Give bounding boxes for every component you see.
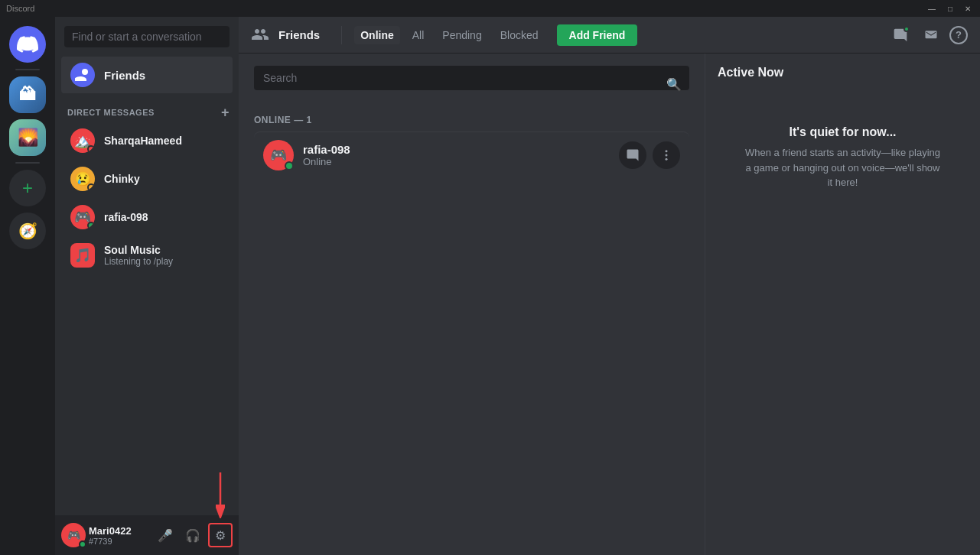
avatar-sharqa: 🏔️ — [70, 128, 95, 153]
friend-status-rafia: Online — [303, 156, 619, 167]
username-sharqa: SharqaHameed — [104, 135, 182, 147]
self-user-info: Mari0422 #7739 — [89, 525, 150, 546]
active-now-title: Active Now — [718, 66, 968, 80]
dm-section-header: DIRECT MESSAGES + — [55, 93, 239, 122]
tab-blocked[interactable]: Blocked — [494, 26, 545, 44]
friends-list: 🔍 ONLINE — 1 🎮 rafia-098 Online — [239, 54, 705, 555]
svg-point-2 — [666, 150, 668, 152]
server-separator — [15, 69, 40, 70]
online-section-header: ONLINE — 1 — [254, 115, 689, 125]
dm-user-soul[interactable]: 🎵 Soul Music Listening to /play — [61, 237, 233, 274]
search-wrapper: 🔍 — [254, 66, 689, 102]
maximize-button[interactable]: □ — [945, 5, 956, 13]
avatar-soul: 🎵 — [70, 243, 95, 268]
close-button[interactable]: ✕ — [962, 5, 974, 13]
username-rafia: rafia-098 — [104, 211, 148, 223]
svg-point-3 — [666, 154, 668, 157]
friend-info-rafia: rafia-098 Online — [303, 143, 619, 167]
active-now-empty: It's quiet for now... When a friend star… — [718, 125, 968, 190]
inbox-button[interactable] — [919, 23, 943, 47]
new-group-dm-button[interactable] — [888, 23, 913, 47]
self-status-indicator — [79, 540, 86, 548]
window-controls: — □ ✕ — [925, 5, 974, 13]
dm-search-bar — [55, 17, 239, 57]
self-user-tag: #7739 — [89, 537, 150, 546]
dm-user-chinky[interactable]: 😢 Chinky — [61, 161, 233, 197]
username-soul: Soul Music — [104, 244, 173, 256]
add-server-button[interactable]: + — [9, 170, 46, 206]
main-layout: 🏔 🌄 + 🧭 Friends DIRECT MESSAGES + — [0, 17, 980, 555]
friends-search-input[interactable] — [254, 66, 689, 90]
online-status-rafia — [285, 161, 294, 170]
message-friend-rafia-button[interactable] — [619, 141, 646, 169]
nav-divider — [341, 26, 342, 44]
friend-avatar-rafia: 🎮 — [263, 140, 294, 170]
status-dnd-sharqa — [87, 145, 95, 153]
help-button[interactable]: ? — [949, 26, 968, 44]
friends-nav-icon — [251, 25, 269, 44]
status-rafia — [87, 222, 95, 229]
server-icon-2[interactable]: 🌄 — [9, 119, 46, 156]
more-options-rafia-button[interactable] — [653, 141, 680, 169]
dm-user-sharqa[interactable]: 🏔️ SharqaHameed — [61, 122, 233, 159]
tab-online[interactable]: Online — [354, 26, 400, 44]
self-username: Mari0422 — [89, 525, 150, 537]
discord-home-button[interactable] — [9, 26, 46, 63]
tab-all[interactable]: All — [406, 26, 431, 44]
friends-label: Friends — [104, 69, 145, 82]
user-info-soul: Soul Music Listening to /play — [104, 244, 173, 267]
user-panel: 🎮 Mari0422 #7739 🎤 🎧 ⚙ — [55, 515, 239, 555]
username-chinky: Chinky — [104, 173, 140, 185]
find-conversation-input[interactable] — [64, 26, 230, 47]
app-title: Discord — [6, 4, 34, 13]
status-soul: Listening to /play — [104, 256, 173, 267]
top-nav: Friends Online All Pending Blocked Add F… — [239, 17, 980, 54]
friends-area: 🔍 ONLINE — 1 🎮 rafia-098 Online — [239, 54, 980, 555]
dm-user-rafia[interactable]: 🎮 rafia-098 — [61, 199, 233, 235]
add-friend-button[interactable]: Add Friend — [557, 24, 638, 46]
minimize-button[interactable]: — — [925, 5, 939, 13]
active-now-panel: Active Now It's quiet for now... When a … — [705, 54, 980, 555]
user-info-sharqa: SharqaHameed — [104, 135, 182, 147]
explore-button[interactable]: 🧭 — [9, 213, 46, 249]
server-icon-1[interactable]: 🏔 — [9, 76, 46, 113]
tab-pending[interactable]: Pending — [436, 26, 487, 44]
svg-point-4 — [666, 158, 668, 161]
user-info-chinky: Chinky — [104, 173, 140, 185]
server-separator-2 — [15, 162, 40, 164]
add-dm-button[interactable]: + — [221, 105, 230, 119]
friends-icon — [70, 63, 95, 87]
active-now-empty-title: It's quiet for now... — [789, 125, 896, 139]
user-info-rafia: rafia-098 — [104, 211, 148, 223]
self-avatar: 🎮 — [61, 523, 86, 547]
nav-friends-label: Friends — [278, 28, 320, 41]
server-sidebar: 🏔 🌄 + 🧭 — [0, 17, 55, 555]
user-settings-button[interactable]: ⚙ — [208, 523, 233, 547]
dm-sidebar: Friends DIRECT MESSAGES + 🏔️ SharqaHamee… — [55, 17, 239, 555]
friends-nav-item[interactable]: Friends — [61, 57, 233, 93]
status-chinky — [87, 183, 95, 191]
avatar-chinky: 😢 — [70, 167, 95, 191]
avatar-rafia: 🎮 — [70, 205, 95, 229]
friend-actions-rafia — [619, 141, 680, 169]
friend-name-rafia: rafia-098 — [303, 143, 619, 156]
friend-row-rafia[interactable]: 🎮 rafia-098 Online — [254, 131, 689, 178]
mic-button[interactable]: 🎤 — [153, 523, 177, 547]
headphone-button[interactable]: 🎧 — [181, 523, 205, 547]
active-now-empty-desc: When a friend starts an activity—like pl… — [744, 145, 943, 190]
titlebar: Discord — □ ✕ — [0, 0, 980, 17]
main-content: Friends Online All Pending Blocked Add F… — [239, 17, 980, 555]
direct-messages-label: DIRECT MESSAGES — [67, 108, 155, 117]
